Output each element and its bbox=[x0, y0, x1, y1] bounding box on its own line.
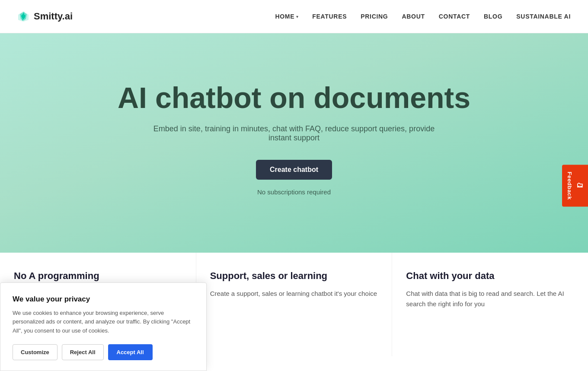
feature-card-chat-data: Chat with your data Chat with data that … bbox=[392, 253, 588, 356]
hero-subtitle: Embed in site, training in minutes, chat… bbox=[147, 124, 441, 143]
accept-all-button[interactable]: Accept All bbox=[108, 344, 153, 360]
nav-about[interactable]: ABOUT bbox=[402, 13, 425, 20]
feature-chat-data-body: Chat with data that is big to read and s… bbox=[406, 289, 574, 309]
nav-features-link[interactable]: FEATURES bbox=[312, 13, 347, 20]
feature-chat-data-title: Chat with your data bbox=[406, 270, 574, 282]
chevron-down-icon: ▾ bbox=[296, 14, 298, 19]
feedback-tab[interactable]: 🗂 Feedback bbox=[562, 165, 588, 206]
nav-sustainable-ai-link[interactable]: SUSTAINABLE AI bbox=[516, 13, 571, 20]
feedback-icon: 🗂 bbox=[576, 182, 584, 190]
hero-title: AI chatbot on documents bbox=[118, 82, 470, 114]
feature-support-title: Support, sales or learning bbox=[210, 270, 378, 282]
feedback-label: Feedback bbox=[566, 171, 573, 200]
nav-links: HOME ▾ FEATURES PRICING ABOUT CONTACT BL… bbox=[275, 13, 571, 20]
nav-contact[interactable]: CONTACT bbox=[439, 13, 470, 20]
nav-blog-link[interactable]: BLOG bbox=[484, 13, 502, 20]
nav-blog[interactable]: BLOG bbox=[484, 13, 502, 20]
nav-home[interactable]: HOME ▾ bbox=[275, 13, 298, 20]
logo-icon bbox=[17, 10, 29, 22]
nav-pricing[interactable]: PRICING bbox=[361, 13, 388, 20]
logo-link[interactable]: Smitty.ai bbox=[17, 10, 73, 22]
hero-section: AI chatbot on documents Embed in site, t… bbox=[0, 33, 588, 253]
navbar: Smitty.ai HOME ▾ FEATURES PRICING ABOUT … bbox=[0, 0, 588, 33]
nav-home-link[interactable]: HOME bbox=[275, 13, 294, 20]
cookie-body: We use cookies to enhance your browsing … bbox=[13, 309, 194, 336]
logo-text: Smitty.ai bbox=[34, 11, 73, 22]
feature-card-support: Support, sales or learning Create a supp… bbox=[196, 253, 393, 356]
create-chatbot-button[interactable]: Create chatbot bbox=[256, 160, 332, 180]
cookie-title: We value your privacy bbox=[13, 295, 194, 304]
nav-contact-link[interactable]: CONTACT bbox=[439, 13, 470, 20]
reject-all-button[interactable]: Reject All bbox=[62, 344, 104, 360]
cookie-banner: We value your privacy We use cookies to … bbox=[0, 282, 207, 371]
feature-programming-title: No A programming bbox=[14, 270, 182, 282]
nav-pricing-link[interactable]: PRICING bbox=[361, 13, 388, 20]
customize-button[interactable]: Customize bbox=[13, 344, 58, 360]
nav-about-link[interactable]: ABOUT bbox=[402, 13, 425, 20]
cookie-buttons: Customize Reject All Accept All bbox=[13, 344, 194, 360]
nav-sustainable-ai[interactable]: SUSTAINABLE AI bbox=[516, 13, 571, 20]
nav-features[interactable]: FEATURES bbox=[312, 13, 347, 20]
feature-support-body: Create a support, sales or learning chat… bbox=[210, 289, 378, 299]
no-subscription-text: No subscriptions required bbox=[257, 188, 331, 196]
